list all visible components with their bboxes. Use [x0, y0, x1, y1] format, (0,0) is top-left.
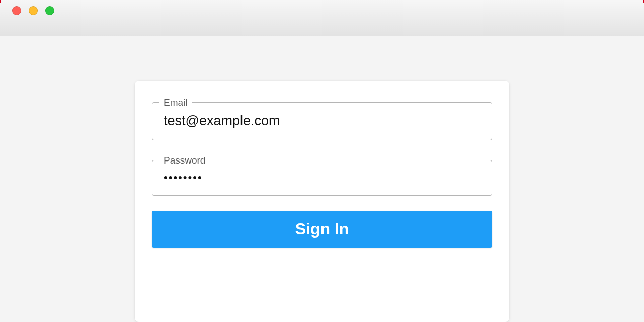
close-icon[interactable]: [12, 6, 21, 15]
password-input[interactable]: [152, 165, 492, 195]
minimize-icon[interactable]: [29, 6, 38, 15]
password-field-group: Password: [152, 155, 492, 196]
zoom-icon[interactable]: [45, 6, 54, 15]
email-input[interactable]: [152, 107, 492, 140]
email-label: Email: [159, 98, 192, 107]
window-titlebar: [0, 0, 644, 36]
window-controls: [12, 6, 54, 15]
password-label: Password: [159, 155, 209, 165]
content-area: Email Password Sign In: [0, 36, 644, 322]
window-edge-left: [0, 0, 1, 3]
email-field-group: Email: [152, 98, 492, 140]
signin-card: Email Password Sign In: [135, 80, 509, 322]
signin-button[interactable]: Sign In: [152, 211, 492, 248]
